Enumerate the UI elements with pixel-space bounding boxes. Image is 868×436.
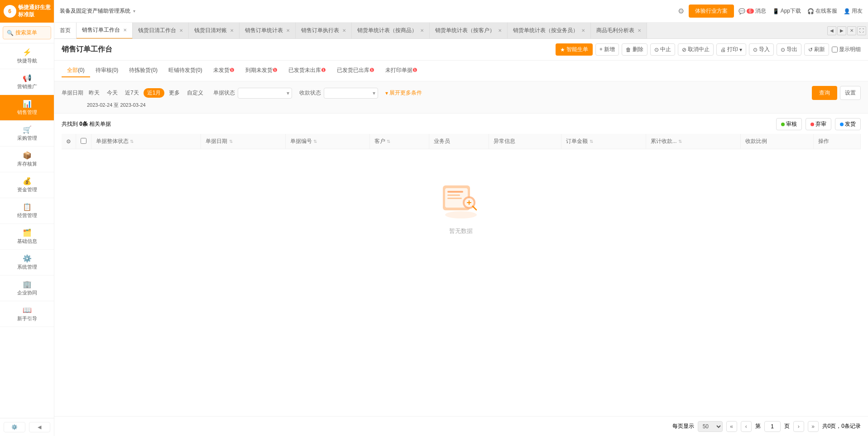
expand-filter-button[interactable]: ▾ 展开更多条件 xyxy=(385,89,422,97)
cancel-stop-button[interactable]: ⊘ 取消中止 xyxy=(678,43,714,56)
status-tab-wangpu-ship[interactable]: 旺铺待发货(0) xyxy=(163,64,208,77)
tab-sales-stat[interactable]: 销售订单统计表 ✕ xyxy=(240,23,296,39)
status-tab-shipped-not-stocked[interactable]: 已发货未出库❶ xyxy=(283,64,331,77)
per-page-select[interactable]: 50 100 200 xyxy=(698,421,723,432)
tab-close-cash-reconcile[interactable]: ✕ xyxy=(230,28,234,33)
status-tab-all[interactable]: 全部(0) xyxy=(62,64,90,77)
gear-button[interactable]: ⚙ xyxy=(678,7,684,15)
app-download-button[interactable]: 📱 App下载 xyxy=(772,7,801,15)
user-menu-button[interactable]: 👤 用友 xyxy=(844,7,863,15)
tab-cash-daily[interactable]: 钱货日清工作台 ✕ xyxy=(133,23,189,39)
page-next-button[interactable]: › xyxy=(793,421,804,432)
tab-nav-next[interactable]: ▶ xyxy=(837,26,846,35)
tab-close-sales-stat-staff[interactable]: ✕ xyxy=(581,28,585,33)
stop-icon: ⊙ xyxy=(654,47,659,53)
filter-payment-select-wrap xyxy=(324,88,378,99)
select-all-checkbox[interactable] xyxy=(81,138,86,144)
show-detail-checkbox[interactable] xyxy=(832,47,838,52)
filter-date-more[interactable]: 更多 xyxy=(166,88,182,98)
batch-ship-button[interactable]: 发货 xyxy=(835,118,861,130)
system-title-arrow: ▾ xyxy=(133,9,135,14)
filter-status-select-wrap xyxy=(238,88,292,99)
status-tab-not-shipped[interactable]: 未发货❶ xyxy=(208,64,240,77)
tab-close-sales-exec[interactable]: ✕ xyxy=(342,28,346,33)
tab-nav-prev[interactable]: ◀ xyxy=(827,26,836,35)
filter-date-1month[interactable]: 近1月 xyxy=(144,88,165,98)
print-button[interactable]: 🖨 打印 ▾ xyxy=(716,43,746,56)
empty-text: 暂无数据 xyxy=(449,227,473,235)
filter-status-label: 单据状态 xyxy=(213,89,235,97)
phone-icon: 📱 xyxy=(772,8,779,14)
tab-sales-stat-product[interactable]: 销货单统计表（按商品） ✕ xyxy=(352,23,430,39)
svg-rect-4 xyxy=(447,194,460,196)
filter-payment-select[interactable] xyxy=(324,88,378,99)
filter-date-7days[interactable]: 近7天 xyxy=(122,88,142,98)
sidebar-item-basic[interactable]: 🗂️ 基础信息 xyxy=(0,224,54,250)
industry-solution-button[interactable]: 体验行业方案 xyxy=(689,5,734,18)
sidebar: 6 畅捷通好生意 标准版 🔍 搜索菜单 ⚡ 快捷导航 📢 营销推广 📊 销售管理… xyxy=(0,0,54,436)
cancel-dot xyxy=(810,123,814,126)
sidebar-item-enterprise[interactable]: 🏢 企业协同 xyxy=(0,275,54,301)
sidebar-item-operation[interactable]: 📋 经营管理 xyxy=(0,198,54,224)
status-tab-shipped-stocked[interactable]: 已发货已出库❶ xyxy=(331,64,380,77)
sidebar-item-marketing[interactable]: 📢 营销推广 xyxy=(0,69,54,95)
tab-sales-stat-customer[interactable]: 销货单统计表（按客户） ✕ xyxy=(430,23,508,39)
refresh-button[interactable]: ↺ 刷新 xyxy=(804,43,829,56)
status-tab-overdue-not-shipped[interactable]: 到期未发货❶ xyxy=(240,64,283,77)
tab-sales-stat-staff[interactable]: 销货单统计表（按业务员） ✕ xyxy=(508,23,591,39)
stop-button[interactable]: ⊙ 中止 xyxy=(650,43,675,56)
import-button[interactable]: ⊙ 导入 xyxy=(749,43,774,56)
tab-close-sales-stat-customer[interactable]: ✕ xyxy=(498,28,502,33)
tab-gross-profit[interactable]: 商品毛利分析表 ✕ xyxy=(591,23,647,39)
search-menu-button[interactable]: 🔍 搜索菜单 xyxy=(3,26,51,39)
tab-close-sales-workbench[interactable]: ✕ xyxy=(123,28,127,33)
show-detail-checkbox-label[interactable]: 显示明细 xyxy=(832,46,861,53)
status-tab-pending-review[interactable]: 待审核(0) xyxy=(90,64,124,77)
query-button[interactable]: 查询 xyxy=(812,86,837,100)
collapse-button[interactable]: ◀ xyxy=(29,422,51,432)
sidebar-item-guide[interactable]: 📖 新手引导 xyxy=(0,301,54,327)
online-service-button[interactable]: 🎧 在线客服 xyxy=(807,7,837,15)
add-button[interactable]: + 新增 xyxy=(595,43,619,56)
page-input[interactable] xyxy=(764,421,781,432)
sidebar-item-system[interactable]: ⚙️ 系统管理 xyxy=(0,250,54,275)
status-tab-not-printed[interactable]: 未打印单据❶ xyxy=(380,64,423,77)
empty-illustration xyxy=(434,176,488,222)
tab-sales-workbench[interactable]: 销售订单工作台 ✕ xyxy=(77,23,133,39)
page-first-button[interactable]: « xyxy=(726,421,737,432)
sidebar-item-purchase[interactable]: 🛒 采购管理 xyxy=(0,121,54,147)
tab-close-sales-stat[interactable]: ✕ xyxy=(286,28,290,33)
tab-home[interactable]: 首页 xyxy=(54,23,77,39)
logo-text: 畅捷通好生意 标准版 xyxy=(18,4,51,18)
tab-close-all[interactable]: ✕ xyxy=(847,26,856,35)
message-button[interactable]: 💬 6 消息 xyxy=(739,7,766,15)
filter-date-custom[interactable]: 自定义 xyxy=(184,88,206,98)
tab-close-cash-daily[interactable]: ✕ xyxy=(179,28,183,33)
export-button[interactable]: ⊙ 导出 xyxy=(777,43,801,56)
sidebar-item-sales[interactable]: 📊 销售管理 xyxy=(0,95,54,121)
page-total: 共0页，0条记录 xyxy=(822,422,861,430)
th-date: 单据日期 ⇅ xyxy=(201,134,285,149)
page-last-button[interactable]: » xyxy=(808,421,819,432)
delete-button[interactable]: 🗑 删除 xyxy=(622,43,647,56)
batch-review-button[interactable]: 审核 xyxy=(776,118,802,130)
tab-sales-exec[interactable]: 销售订单执行表 ✕ xyxy=(296,23,352,39)
batch-cancel-button[interactable]: 弃审 xyxy=(806,118,831,130)
smart-create-button[interactable]: ★ 智能生单 xyxy=(556,43,593,56)
filter-status-select[interactable] xyxy=(238,88,292,99)
set-button[interactable]: 设置 xyxy=(840,86,861,100)
sidebar-item-finance[interactable]: 💰 资金管理 xyxy=(0,172,54,198)
sidebar-item-stock[interactable]: 📦 库存核算 xyxy=(0,147,54,172)
sidebar-item-quick-nav[interactable]: ⚡ 快捷导航 xyxy=(0,43,54,69)
filter-date-today[interactable]: 今天 xyxy=(104,88,120,98)
tab-close-gross-profit[interactable]: ✕ xyxy=(638,28,641,33)
status-tab-pending-inspect[interactable]: 待拣验货(0) xyxy=(124,64,163,77)
tab-fullscreen[interactable]: ⛶ xyxy=(857,26,866,35)
settings-bottom-button[interactable]: ⚙️ xyxy=(4,422,25,432)
tab-close-sales-stat-product[interactable]: ✕ xyxy=(420,28,424,33)
sort-collected-icon: ⇅ xyxy=(678,139,682,144)
filter-date-yesterday[interactable]: 昨天 xyxy=(86,88,102,98)
page-prev-button[interactable]: ‹ xyxy=(741,421,752,432)
content-area: 销售订单工作台 ★ 智能生单 + 新增 🗑 删除 ⊙ 中止 ⊘ xyxy=(54,39,868,436)
tab-cash-reconcile[interactable]: 钱货日清对账 ✕ xyxy=(189,23,240,39)
